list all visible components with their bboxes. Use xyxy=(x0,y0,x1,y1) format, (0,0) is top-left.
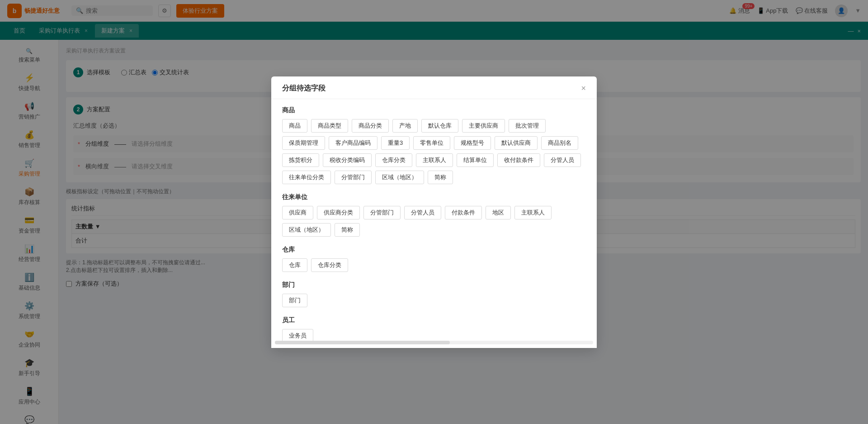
tag-supplier[interactable]: 供应商 xyxy=(282,206,313,219)
section-partner: 往来单位 供应商 供应商分类 分管部门 分管人员 付款条件 地区 主联系人 区域… xyxy=(282,193,586,237)
tag-warehouse[interactable]: 仓库 xyxy=(282,258,307,272)
tag-picking-points[interactable]: 拣货积分 xyxy=(282,153,319,167)
section-goods: 商品 商品 商品类型 商品分类 产地 默认仓库 主要供应商 批次管理 保质期管理… xyxy=(282,106,586,184)
modal-overlay: 分组待选字段 × 商品 商品 商品类型 商品分类 产地 默认仓库 主要供应商 批… xyxy=(0,0,868,424)
tag-main-contact[interactable]: 主联系人 xyxy=(416,153,453,167)
tag-warehouse-cat[interactable]: 仓库分类 xyxy=(311,258,348,272)
section-warehouse-title: 仓库 xyxy=(282,246,586,254)
tag-payment-terms[interactable]: 收付款条件 xyxy=(497,153,540,167)
tag-spec-model[interactable]: 规格型号 xyxy=(454,136,491,150)
tag-partner-manager[interactable]: 分管人员 xyxy=(404,206,441,219)
tag-settlement-unit[interactable]: 结算单位 xyxy=(457,153,494,167)
tag-payment-condition[interactable]: 付款条件 xyxy=(445,206,482,219)
tag-partner-abbr[interactable]: 简称 xyxy=(335,223,360,237)
section-department: 部门 部门 xyxy=(282,281,586,307)
modal-close-button[interactable]: × xyxy=(581,84,586,93)
tag-goods-type[interactable]: 商品类型 xyxy=(311,119,348,133)
tag-dept[interactable]: 分管部门 xyxy=(335,171,372,184)
tag-goods-alias[interactable]: 商品别名 xyxy=(541,136,578,150)
section-goods-title: 商品 xyxy=(282,106,586,114)
tag-partner-category[interactable]: 往来单位分类 xyxy=(282,171,331,184)
tag-goods-category[interactable]: 商品分类 xyxy=(352,119,389,133)
section-goods-tags: 商品 商品类型 商品分类 产地 默认仓库 主要供应商 批次管理 保质期管理 客户… xyxy=(282,119,586,184)
tag-partner-dept[interactable]: 分管部门 xyxy=(363,206,401,219)
section-warehouse-tags: 仓库 仓库分类 xyxy=(282,258,586,272)
tag-tax-code[interactable]: 税收分类编码 xyxy=(323,153,372,167)
tag-area[interactable]: 地区 xyxy=(486,206,511,219)
tag-default-supplier[interactable]: 默认供应商 xyxy=(495,136,538,150)
section-employee-tags: 业务员 xyxy=(282,329,586,341)
tag-batch-mgmt[interactable]: 批次管理 xyxy=(509,119,546,133)
tag-warehouse-category[interactable]: 仓库分类 xyxy=(375,153,412,167)
tag-partner-contact[interactable]: 主联系人 xyxy=(514,206,552,219)
section-employee: 员工 业务员 xyxy=(282,316,586,341)
tag-customer-code[interactable]: 客户商品编码 xyxy=(329,136,377,150)
modal-hscrollbar-thumb[interactable] xyxy=(275,341,450,344)
tag-default-warehouse[interactable]: 默认仓库 xyxy=(421,119,458,133)
tag-origin[interactable]: 产地 xyxy=(392,119,418,133)
tag-department[interactable]: 部门 xyxy=(282,294,307,307)
modal-dialog: 分组待选字段 × 商品 商品 商品类型 商品分类 产地 默认仓库 主要供应商 批… xyxy=(271,76,597,348)
section-partner-tags: 供应商 供应商分类 分管部门 分管人员 付款条件 地区 主联系人 区域（地区） … xyxy=(282,206,586,237)
tag-main-supplier[interactable]: 主要供应商 xyxy=(462,119,505,133)
tag-supplier-category[interactable]: 供应商分类 xyxy=(317,206,360,219)
section-department-tags: 部门 xyxy=(282,294,586,307)
tag-region[interactable]: 区域（地区） xyxy=(375,171,424,184)
section-department-title: 部门 xyxy=(282,281,586,289)
modal-scrollbar-area xyxy=(271,341,597,348)
modal-title: 分组待选字段 xyxy=(282,84,326,93)
tag-manager[interactable]: 分管人员 xyxy=(544,153,581,167)
modal-body: 商品 商品 商品类型 商品分类 产地 默认仓库 主要供应商 批次管理 保质期管理… xyxy=(271,99,597,341)
tag-shelf-life[interactable]: 保质期管理 xyxy=(282,136,325,150)
tag-partner-region[interactable]: 区域（地区） xyxy=(282,223,331,237)
modal-header: 分组待选字段 × xyxy=(271,76,597,99)
tag-salesperson[interactable]: 业务员 xyxy=(282,329,313,341)
tag-abbreviation[interactable]: 简称 xyxy=(428,171,453,184)
section-partner-title: 往来单位 xyxy=(282,193,586,201)
section-warehouse: 仓库 仓库 仓库分类 xyxy=(282,246,586,272)
section-employee-title: 员工 xyxy=(282,316,586,324)
tag-retail-unit[interactable]: 零售单位 xyxy=(413,136,450,150)
tag-goods[interactable]: 商品 xyxy=(282,119,307,133)
tag-weight3[interactable]: 重量3 xyxy=(381,136,410,150)
modal-hscrollbar-track[interactable] xyxy=(275,341,593,344)
